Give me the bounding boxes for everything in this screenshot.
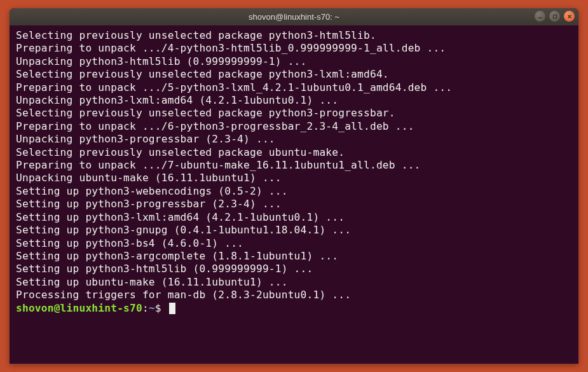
output-line: Setting up python3-progressbar (2.3-4) .…: [16, 198, 572, 210]
output-line: Setting up python3-bs4 (4.6.0-1) ...: [16, 237, 572, 250]
output-line: Preparing to unpack .../4-python3-html5l…: [16, 42, 572, 55]
terminal-window: shovon@linuxhint-s70: ~ Selecting previo…: [10, 8, 578, 364]
output-line: Selecting previously unselected package …: [16, 107, 572, 120]
output-line: Preparing to unpack .../6-python3-progre…: [16, 120, 572, 133]
output-line: Setting up python3-gnupg (0.4.1-1ubuntu1…: [16, 224, 572, 237]
output-line: Setting up python3-webencodings (0.5-2) …: [16, 185, 572, 198]
window-title: shovon@linuxhint-s70: ~: [249, 12, 339, 22]
output-line: Setting up python3-html5lib (0.999999999…: [16, 263, 572, 275]
output-line: Preparing to unpack .../7-ubuntu-make_16…: [16, 159, 572, 172]
terminal-content[interactable]: Selecting previously unselected package …: [10, 25, 578, 320]
titlebar: shovon@linuxhint-s70: ~: [10, 8, 578, 25]
prompt-dollar: $: [155, 302, 161, 314]
output-line: Unpacking python3-lxml:amd64 (4.2.1-1ubu…: [16, 94, 572, 107]
prompt-colon: :: [142, 302, 149, 314]
output-line: Selecting previously unselected package …: [16, 29, 572, 42]
maximize-button[interactable]: [549, 11, 560, 22]
svg-rect-1: [553, 15, 556, 18]
output-line: Unpacking python3-progressbar (2.3-4) ..…: [16, 133, 572, 146]
output-line: Setting up python3-argcomplete (1.8.1-1u…: [16, 250, 572, 263]
cursor: [169, 303, 175, 314]
output-line: Preparing to unpack .../5-python3-lxml_4…: [16, 81, 572, 94]
prompt-user-host: shovon@linuxhint-s70: [16, 302, 142, 314]
output-line: Selecting previously unselected package …: [16, 68, 572, 81]
prompt-path: ~: [149, 302, 155, 314]
output-line: Selecting previously unselected package …: [16, 146, 572, 159]
output-line: Unpacking python3-html5lib (0.999999999-…: [16, 55, 572, 68]
output-line: Unpacking ubuntu-make (16.11.1ubuntu1) .…: [16, 172, 572, 184]
minimize-button[interactable]: [535, 11, 545, 22]
output-line: Processing triggers for man-db (2.8.3-2u…: [16, 289, 572, 301]
window-controls: [535, 11, 575, 22]
output-line: Setting up ubuntu-make (16.11.1ubuntu1) …: [16, 276, 572, 289]
prompt-line: shovon@linuxhint-s70:~$: [16, 302, 572, 315]
output-line: Setting up python3-lxml:amd64 (4.2.1-1ub…: [16, 211, 572, 224]
close-button[interactable]: [564, 11, 575, 22]
